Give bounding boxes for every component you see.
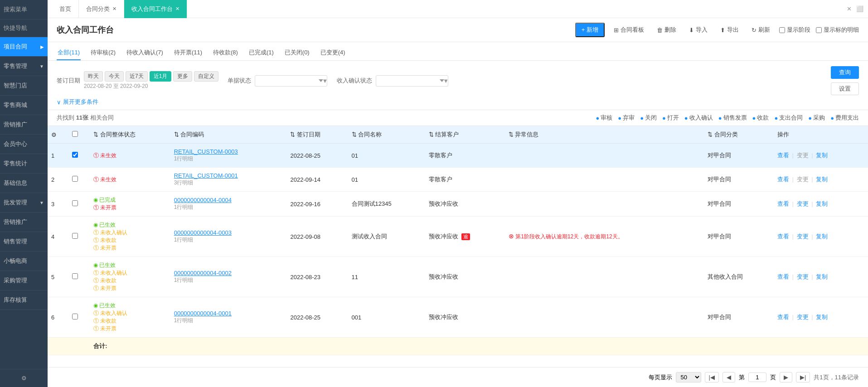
- open-contract-button[interactable]: ● 打开: [662, 114, 679, 122]
- purchase-button[interactable]: ● 采购: [808, 114, 825, 122]
- contract-code-link[interactable]: 0000000000004-0004: [174, 197, 232, 203]
- filter-tab-pending-income-confirm[interactable]: 待收入确认(7): [126, 46, 164, 60]
- copy-link[interactable]: 复制: [816, 314, 828, 320]
- sidebar-item-retail-mgmt[interactable]: 零售管理 ▼: [0, 57, 48, 76]
- date-yesterday[interactable]: 昨天: [84, 71, 103, 82]
- income-confirm-button[interactable]: ● 收入确认: [684, 114, 713, 122]
- contract-code-link[interactable]: 0000000000004-0003: [174, 229, 232, 236]
- sidebar-settings[interactable]: ⚙: [0, 369, 48, 387]
- set-button[interactable]: 设置: [831, 82, 859, 95]
- sidebar-item-project[interactable]: 项目合同 ▶: [0, 37, 48, 57]
- tab-close-contract-category[interactable]: ✕: [112, 6, 116, 12]
- view-link[interactable]: 查看: [777, 273, 789, 280]
- copy-link[interactable]: 复制: [816, 200, 828, 207]
- delete-button[interactable]: 🗑 删除: [653, 24, 680, 36]
- refresh-button[interactable]: ↻ 刷新: [748, 24, 774, 36]
- expenditure-contract-button[interactable]: ● 支出合同: [774, 114, 803, 122]
- date-today[interactable]: 今天: [105, 71, 124, 82]
- contract-code-link[interactable]: RETAIL_CUSTOM-0001: [174, 172, 238, 179]
- collection-button[interactable]: ● 收款: [752, 114, 769, 122]
- sidebar-item-purchase-mgmt[interactable]: 采购管理: [0, 271, 48, 290]
- contract-code-link[interactable]: 0000000000004-0001: [174, 310, 232, 317]
- row-checkbox[interactable]: [68, 144, 90, 168]
- add-button[interactable]: + 新增: [575, 23, 605, 37]
- import-button[interactable]: ⬇ 导入: [685, 24, 711, 36]
- filter-tab-changed[interactable]: 已变更(4): [320, 46, 346, 60]
- sidebar-item-marketing[interactable]: 营销推广: [0, 115, 48, 135]
- current-page-input[interactable]: [748, 372, 766, 382]
- sidebar-search[interactable]: 搜索菜单: [0, 0, 48, 19]
- sidebar-quicknav[interactable]: 快捷导航: [0, 19, 48, 37]
- maximize-icon[interactable]: ⬜: [856, 5, 863, 12]
- view-link[interactable]: 查看: [777, 200, 789, 207]
- view-link[interactable]: 查看: [777, 233, 789, 240]
- col-abnormal[interactable]: ⇅ 异常信息: [505, 126, 704, 144]
- doc-status-select[interactable]: [255, 75, 327, 87]
- col-category[interactable]: ⇅ 合同分类: [704, 126, 774, 144]
- copy-link[interactable]: 复制: [816, 273, 828, 280]
- expense-button[interactable]: ● 费用支出: [830, 114, 859, 122]
- sidebar-item-marketing2[interactable]: 营销推广: [0, 213, 48, 232]
- first-page-button[interactable]: |◀: [705, 372, 719, 382]
- row-checkbox[interactable]: [68, 168, 90, 192]
- per-page-select[interactable]: 50 100 200: [676, 372, 701, 382]
- sidebar-item-wholesale-mgmt[interactable]: 批发管理 ▼: [0, 193, 48, 213]
- close-all-icon[interactable]: ✕: [847, 5, 852, 12]
- close-contract-button[interactable]: ● 关闭: [640, 114, 657, 122]
- sidebar-item-retail-mall[interactable]: 零售商城: [0, 96, 48, 115]
- tab-home[interactable]: 首页: [52, 0, 79, 18]
- change-link[interactable]: 变更: [797, 200, 809, 207]
- contract-code-link[interactable]: RETAIL_CUSTOM-0003: [174, 148, 238, 155]
- sidebar-item-smart-store[interactable]: 智慧门店: [0, 76, 48, 96]
- expand-more-conditions[interactable]: ∨ 展开更多条件: [57, 98, 859, 106]
- date-1month[interactable]: 近1月: [150, 71, 172, 82]
- abandon-review-button[interactable]: ● 弃审: [618, 114, 635, 122]
- copy-link[interactable]: 复制: [816, 152, 828, 159]
- export-button[interactable]: ⬆ 导出: [717, 24, 742, 36]
- sidebar-item-retail-stat[interactable]: 零售统计: [0, 154, 48, 174]
- show-details-checkbox[interactable]: 显示标的明细: [816, 26, 859, 34]
- col-status[interactable]: ⇅ 合同整体状态: [90, 126, 170, 144]
- date-7days[interactable]: 近7天: [126, 71, 148, 82]
- last-page-button[interactable]: ▶|: [796, 372, 810, 382]
- change-link[interactable]: 变更: [797, 314, 809, 320]
- sidebar-item-inventory[interactable]: 库存核算: [0, 290, 48, 310]
- tab-income-workbench[interactable]: 收入合同工作台 ✕: [124, 0, 187, 18]
- col-customer[interactable]: ⇅ 结算客户: [425, 126, 505, 144]
- next-page-button[interactable]: ▶: [780, 372, 792, 382]
- view-link[interactable]: 查看: [777, 314, 789, 320]
- change-link[interactable]: 变更: [797, 152, 809, 159]
- row-checkbox[interactable]: [68, 257, 90, 297]
- prev-page-button[interactable]: ◀: [723, 372, 735, 382]
- filter-tab-pending-invoice[interactable]: 待开票(11): [173, 46, 203, 60]
- sidebar-item-sales-mgmt[interactable]: 销售管理: [0, 232, 48, 252]
- contract-board-button[interactable]: ⊞ 合同看板: [610, 24, 648, 36]
- sidebar-item-xiaochang[interactable]: 小畅电商: [0, 252, 48, 271]
- show-fields-checkbox[interactable]: 显示阶段: [779, 26, 810, 34]
- col-settings[interactable]: ⚙: [48, 126, 68, 144]
- sales-invoice-button[interactable]: ● 销售发票: [718, 114, 747, 122]
- col-code[interactable]: ⇅ 合同编码: [170, 126, 287, 144]
- view-link[interactable]: 查看: [777, 152, 789, 159]
- copy-link[interactable]: 复制: [816, 233, 828, 240]
- filter-tab-pending-collection[interactable]: 待收款(8): [212, 46, 239, 60]
- row-checkbox[interactable]: [68, 297, 90, 338]
- sidebar-item-base-info[interactable]: 基础信息: [0, 174, 48, 193]
- row-checkbox[interactable]: [68, 192, 90, 217]
- filter-tab-all[interactable]: 全部(11): [57, 46, 81, 60]
- review-button[interactable]: ● 审核: [596, 114, 612, 122]
- contract-code-link[interactable]: 0000000000004-0002: [174, 270, 232, 276]
- filter-tab-pending-review[interactable]: 待审核(2): [90, 46, 116, 60]
- income-confirm-select[interactable]: [376, 75, 448, 87]
- sidebar-item-member[interactable]: 会员中心: [0, 135, 48, 154]
- view-link[interactable]: 查看: [777, 176, 789, 183]
- col-sign-date[interactable]: ⇅ 签订日期: [286, 126, 348, 144]
- query-button[interactable]: 查询: [831, 66, 859, 79]
- change-link[interactable]: 变更: [797, 176, 809, 183]
- date-more[interactable]: 更多: [173, 71, 192, 82]
- filter-tab-closed[interactable]: 已关闭(0): [284, 46, 310, 60]
- copy-link[interactable]: 复制: [816, 176, 828, 183]
- row-checkbox[interactable]: [68, 217, 90, 257]
- change-link[interactable]: 变更: [797, 273, 809, 280]
- filter-tab-completed[interactable]: 已完成(1): [248, 46, 275, 60]
